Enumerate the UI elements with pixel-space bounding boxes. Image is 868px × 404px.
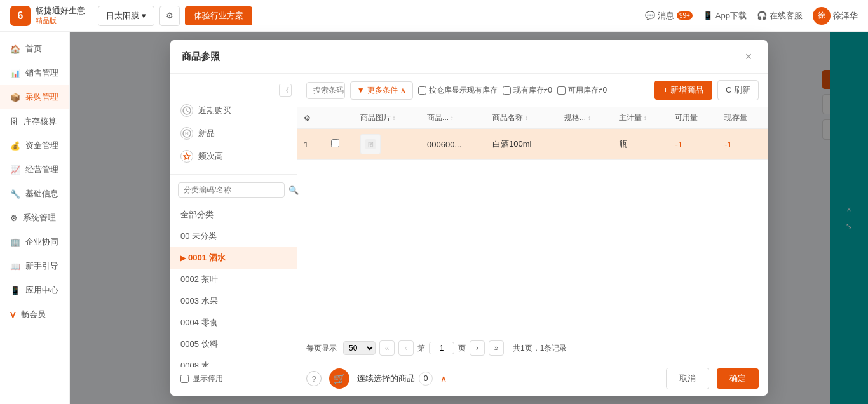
logo-sub: 精品版 [36, 16, 85, 25]
content-area: 查询 设置 刷新 × ⤢ 商品参照 × 《 [70, 32, 868, 404]
main-layout: 🏠 首页 📊 销售管理 📦 采购管理 🗄 库存核算 💰 资金管理 📈 经营管理 … [0, 32, 868, 404]
row-checkbox[interactable] [325, 129, 354, 160]
sidebar-item-enterprise[interactable]: 🏢 企业协同 [0, 230, 69, 254]
table-row[interactable]: 1 图 000600... 白酒100ml [297, 129, 768, 160]
category-0002[interactable]: 0002 茶叶 [170, 269, 297, 290]
display-disabled-row: 显示停用 [170, 367, 297, 391]
sidebar-item-home[interactable]: 🏠 首页 [0, 37, 69, 61]
current-stock-checkbox[interactable] [503, 86, 511, 95]
sidebar-item-business[interactable]: 📈 经营管理 [0, 158, 69, 182]
collapse-button[interactable]: 《 [279, 84, 292, 97]
dropdown-selector[interactable]: 日太阳膜 ▾ [98, 6, 154, 26]
col-unit[interactable]: 主计量 [613, 107, 669, 129]
sidebar-item-finance[interactable]: 💰 资金管理 [0, 133, 69, 158]
help-button[interactable]: ? [306, 371, 322, 386]
home-icon: 🏠 [10, 44, 20, 54]
col-image[interactable]: 商品图片 [354, 107, 421, 129]
col-name[interactable]: 商品名称 [486, 107, 558, 129]
message-button[interactable]: 💬 消息 99+ [645, 10, 693, 22]
col-stock: 现存量 [718, 107, 768, 129]
modal-header: 商品参照 × [170, 40, 768, 74]
recent-item-recent-purchase[interactable]: 近期购买 [170, 99, 297, 122]
modal-overlay: 商品参照 × 《 近期购买 [70, 32, 868, 404]
row-index: 1 [297, 129, 325, 160]
sidebar-item-member[interactable]: V 畅会员 [0, 302, 69, 327]
member-icon: V [10, 310, 16, 320]
sidebar-item-apps[interactable]: 📱 应用中心 [0, 278, 69, 302]
page-number-input[interactable] [429, 342, 454, 354]
warehouse-stock-checkbox-label[interactable]: 按仓库显示现有库存 [418, 85, 498, 96]
col-settings[interactable]: ⚙ [297, 107, 325, 129]
message-icon: 💬 [645, 11, 655, 20]
product-reference-modal: 商品参照 × 《 近期购买 [170, 40, 768, 396]
refresh-table-button[interactable]: C 刷新 [717, 80, 759, 100]
sidebar-item-guide[interactable]: 📖 新手引导 [0, 254, 69, 278]
display-disabled-checkbox[interactable] [180, 375, 189, 383]
page-size-select[interactable]: 50 100 200 [343, 341, 376, 355]
mobile-icon: 📱 [703, 11, 713, 20]
sales-icon: 📊 [10, 69, 20, 78]
warehouse-stock-checkbox[interactable] [418, 86, 426, 95]
last-page-button[interactable]: » [489, 340, 504, 356]
sidebar-item-system[interactable]: ⚙ 系统管理 [0, 206, 69, 230]
pagination-bar: 每页显示 50 100 200 « ‹ 第 页 › [297, 335, 768, 361]
category-0001[interactable]: ▶ 0001 酒水 [170, 247, 297, 269]
modal-toolbar: 🔍 ▼ 更多条件 ∧ 按仓库显示现有库存 [297, 74, 768, 107]
recent-item-frequent[interactable]: 频次高 [170, 145, 297, 168]
cart-button[interactable]: 🛒 [329, 368, 349, 389]
row-image: 图 [354, 129, 421, 160]
next-page-button[interactable]: › [470, 340, 485, 356]
enterprise-icon: 🏢 [10, 238, 20, 247]
more-filter-button[interactable]: ▼ 更多条件 ∧ [350, 81, 413, 100]
online-service-button[interactable]: 🎧 在线客服 [757, 10, 803, 22]
sidebar-item-inventory[interactable]: 🗄 库存核算 [0, 109, 69, 133]
modal-left-panel: 《 近期购买 N 新品 [170, 74, 297, 396]
user-area[interactable]: 徐 徐泽华 [813, 7, 858, 25]
category-all[interactable]: 全部分类 [170, 204, 297, 226]
product-search-input[interactable] [307, 83, 345, 98]
left-sidebar: 🏠 首页 📊 销售管理 📦 采购管理 🗄 库存核算 💰 资金管理 📈 经营管理 … [0, 32, 70, 404]
product-thumbnail: 图 [360, 134, 381, 154]
first-page-button[interactable]: « [379, 340, 395, 356]
sidebar-item-basic[interactable]: 🔧 基础信息 [0, 182, 69, 206]
modal-right-panel: 🔍 ▼ 更多条件 ∧ 按仓库显示现有库存 [297, 74, 768, 396]
confirm-button[interactable]: 确定 [717, 368, 759, 389]
col-code[interactable]: 商品... [421, 107, 486, 129]
trial-button[interactable]: 体验行业方案 [185, 6, 252, 25]
col-spec[interactable]: 规格... [558, 107, 613, 129]
cancel-button[interactable]: 取消 [666, 368, 709, 389]
gear-button[interactable]: ⚙ [159, 6, 180, 26]
category-uncategorized[interactable]: 00 未分类 [170, 226, 297, 247]
row-stock: -1 [718, 129, 768, 160]
add-product-button[interactable]: + 新增商品 [654, 81, 712, 100]
app-download-button[interactable]: 📱 App下载 [703, 10, 747, 22]
continuous-select-label: 连续选择的商品 0 [357, 372, 433, 386]
gear-icon: ⚙ [166, 11, 173, 20]
current-stock-checkbox-label[interactable]: 现有库存≠0 [503, 85, 552, 96]
logo-name: 畅捷通好生意 [36, 6, 85, 17]
category-0005[interactable]: 0005 饮料 [170, 333, 297, 355]
sidebar-item-sales[interactable]: 📊 销售管理 [0, 61, 69, 85]
footer-collapse-arrow[interactable]: ∧ [440, 374, 447, 384]
col-available: 可用量 [668, 107, 718, 129]
category-0003[interactable]: 0003 水果 [170, 290, 297, 312]
category-search-row: 🔍 [170, 178, 297, 201]
message-badge: 99+ [677, 11, 693, 20]
sidebar-item-purchase[interactable]: 📦 采购管理 [0, 85, 69, 109]
product-table: ⚙ 商品图片 商品... 商品名称 规格... 主计量 可用量 现存量 [297, 107, 768, 160]
business-icon: 📈 [10, 165, 20, 175]
inventory-icon: 🗄 [10, 117, 18, 126]
category-0008[interactable]: 0008 水 [170, 355, 297, 367]
avatar: 徐 [813, 7, 831, 25]
available-stock-checkbox[interactable] [557, 86, 566, 95]
prev-page-button[interactable]: ‹ [398, 340, 414, 356]
modal-close-button[interactable]: × [741, 49, 756, 64]
recent-item-new[interactable]: N 新品 [170, 122, 297, 145]
selected-count-badge: 0 [419, 372, 433, 386]
available-stock-checkbox-label[interactable]: 可用库存≠0 [557, 85, 607, 96]
category-search-input[interactable] [178, 182, 285, 198]
category-0004[interactable]: 0004 零食 [170, 312, 297, 333]
row-spec [558, 129, 613, 160]
logo-area: 6 畅捷通好生意 精品版 [10, 6, 85, 26]
filter-icon: ▼ [357, 86, 365, 95]
